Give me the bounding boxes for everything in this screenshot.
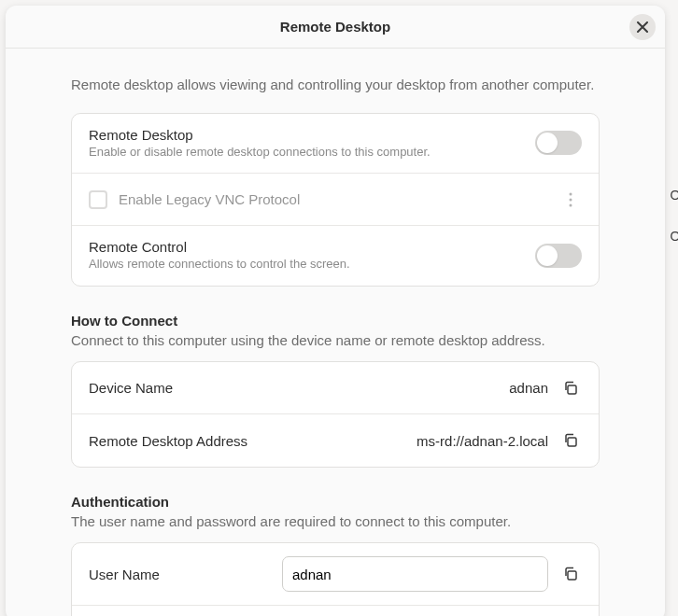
row-labels: Enable Legacy VNC Protocol bbox=[119, 191, 548, 207]
close-button[interactable] bbox=[629, 14, 656, 40]
legacy-vnc-more-button[interactable] bbox=[559, 189, 582, 211]
rd-address-value: ms-rd://adnan-2.local bbox=[417, 433, 548, 449]
device-name-row: Device Name adnan bbox=[72, 362, 599, 414]
remote-desktop-label: Remote Desktop bbox=[89, 127, 524, 143]
legacy-vnc-row: Enable Legacy VNC Protocol bbox=[72, 174, 599, 226]
svg-rect-4 bbox=[568, 438, 576, 446]
auth-card: User Name Password bbox=[71, 542, 600, 616]
svg-rect-5 bbox=[568, 571, 576, 580]
dialog-title: Remote Desktop bbox=[280, 19, 390, 35]
username-label: User Name bbox=[89, 567, 271, 582]
dialog-content: Remote desktop allows viewing and contro… bbox=[6, 49, 665, 616]
switch-knob bbox=[537, 133, 558, 153]
rd-address-row: Remote Desktop Address ms-rd://adnan-2.l… bbox=[72, 414, 599, 467]
copy-icon bbox=[563, 381, 578, 396]
device-name-value: adnan bbox=[509, 380, 548, 396]
copy-username-button[interactable] bbox=[559, 563, 582, 585]
switch-knob bbox=[537, 245, 558, 266]
row-labels: Remote Desktop Enable or disable remote … bbox=[89, 127, 524, 161]
remote-desktop-desc: Enable or disable remote desktop connect… bbox=[89, 145, 524, 161]
howto-desc: Connect to this computer using the devic… bbox=[71, 332, 600, 348]
auth-title: Authentication bbox=[71, 494, 600, 510]
username-row: User Name bbox=[72, 543, 599, 606]
username-input-wrap bbox=[282, 556, 548, 592]
username-input[interactable] bbox=[292, 567, 538, 582]
remote-desktop-row: Remote Desktop Enable or disable remote … bbox=[72, 114, 599, 175]
row-labels: Remote Control Allows remote connections… bbox=[89, 239, 524, 273]
more-vertical-icon bbox=[569, 192, 572, 207]
svg-point-0 bbox=[570, 192, 572, 195]
password-row: Password bbox=[72, 606, 599, 616]
device-name-label: Device Name bbox=[89, 380, 498, 396]
howto-title: How to Connect bbox=[71, 313, 600, 329]
remote-control-switch[interactable] bbox=[535, 244, 582, 268]
remote-control-row: Remote Control Allows remote connections… bbox=[72, 226, 599, 286]
background-text: Off bbox=[671, 229, 678, 244]
copy-rd-address-button[interactable] bbox=[559, 429, 582, 452]
background-text: Off bbox=[671, 188, 678, 203]
row-labels: Device Name bbox=[89, 380, 498, 396]
copy-icon bbox=[563, 433, 578, 448]
connect-card: Device Name adnan Remote Desktop Address… bbox=[71, 361, 600, 468]
rd-address-label: Remote Desktop Address bbox=[89, 433, 405, 449]
remote-control-label: Remote Control bbox=[89, 239, 524, 255]
settings-card: Remote Desktop Enable or disable remote … bbox=[71, 113, 600, 287]
remote-desktop-dialog: Remote Desktop Remote desktop allows vie… bbox=[6, 6, 665, 616]
remote-desktop-switch[interactable] bbox=[535, 131, 582, 155]
legacy-vnc-checkbox[interactable] bbox=[89, 190, 107, 209]
intro-text: Remote desktop allows viewing and contro… bbox=[71, 75, 600, 96]
copy-device-name-button[interactable] bbox=[559, 377, 582, 399]
svg-point-2 bbox=[570, 203, 572, 206]
titlebar: Remote Desktop bbox=[6, 6, 665, 49]
remote-control-desc: Allows remote connections to control the… bbox=[89, 257, 524, 273]
copy-icon bbox=[563, 567, 578, 581]
row-labels: User Name bbox=[89, 567, 271, 582]
close-icon bbox=[637, 21, 648, 33]
auth-desc: The user name and password are required … bbox=[71, 513, 600, 529]
svg-rect-3 bbox=[568, 385, 576, 394]
svg-point-1 bbox=[570, 198, 572, 201]
row-labels: Remote Desktop Address bbox=[89, 433, 405, 449]
legacy-vnc-label: Enable Legacy VNC Protocol bbox=[119, 191, 548, 207]
